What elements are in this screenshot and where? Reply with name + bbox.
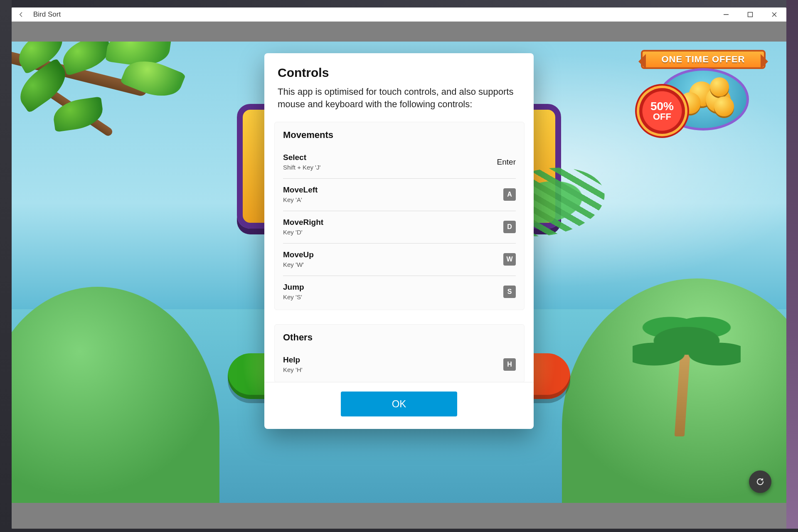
discount-off: OFF bbox=[653, 112, 671, 121]
desktop-left-edge bbox=[0, 0, 12, 532]
control-name: Jump bbox=[283, 283, 503, 292]
section-title: Movements bbox=[283, 130, 516, 140]
palm-tree bbox=[628, 312, 736, 436]
control-primary-key: S bbox=[503, 286, 516, 298]
control-row: MoveRightKey 'D'D bbox=[283, 211, 516, 244]
minimize-button[interactable] bbox=[717, 7, 736, 22]
control-alt-key: Key 'D' bbox=[283, 229, 503, 236]
offer-banner-label: ONE TIME OFFER bbox=[662, 54, 745, 65]
control-row-labels: MoveRightKey 'D' bbox=[283, 218, 503, 236]
control-alt-key: Key 'W' bbox=[283, 261, 503, 268]
control-primary-key: A bbox=[503, 188, 516, 201]
control-row: MoveUpKey 'W'W bbox=[283, 244, 516, 276]
controls-section: OthersHelpKey 'H'H bbox=[274, 324, 525, 382]
control-primary-key: D bbox=[503, 221, 516, 233]
letterbox-top bbox=[12, 22, 786, 42]
one-time-offer[interactable]: ONE TIME OFFER 50% OFF bbox=[641, 50, 766, 137]
control-row-labels: SelectShift + Key 'J' bbox=[283, 153, 497, 171]
dialog-body[interactable]: MovementsSelectShift + Key 'J'EnterMoveL… bbox=[272, 122, 530, 382]
svg-rect-0 bbox=[748, 12, 753, 17]
minimize-icon bbox=[723, 12, 729, 17]
control-name: MoveUp bbox=[283, 250, 503, 259]
coin-icon bbox=[714, 96, 734, 116]
control-primary-key: Enter bbox=[497, 158, 516, 167]
restart-fab[interactable] bbox=[749, 470, 771, 493]
control-alt-key: Key 'H' bbox=[283, 366, 503, 373]
control-row-labels: JumpKey 'S' bbox=[283, 283, 503, 300]
dialog-header: Controls This app is optimised for touch… bbox=[264, 53, 534, 114]
discount-badge: 50% OFF bbox=[639, 88, 685, 134]
control-primary-key: W bbox=[503, 253, 516, 266]
control-primary-key: H bbox=[503, 358, 516, 371]
back-button[interactable] bbox=[14, 7, 28, 22]
desktop-background: Bird Sort bbox=[0, 0, 798, 532]
maximize-icon bbox=[747, 12, 753, 17]
control-row: SelectShift + Key 'J'Enter bbox=[283, 146, 516, 179]
close-icon bbox=[771, 12, 777, 17]
arrow-left-icon bbox=[18, 11, 25, 18]
restart-icon bbox=[755, 477, 765, 487]
discount-percent: 50% bbox=[650, 101, 674, 112]
letterbox-bottom bbox=[12, 503, 786, 529]
control-row-labels: MoveUpKey 'W' bbox=[283, 250, 503, 268]
tree-branch bbox=[12, 42, 215, 162]
window-title-bar: Bird Sort bbox=[12, 7, 786, 22]
control-row-labels: HelpKey 'H' bbox=[283, 355, 503, 373]
ok-button[interactable]: OK bbox=[341, 392, 457, 416]
control-name: MoveLeft bbox=[283, 185, 503, 195]
coin-icon bbox=[710, 77, 729, 96]
desktop-top-edge bbox=[0, 0, 798, 7]
control-alt-key: Key 'A' bbox=[283, 196, 503, 203]
ok-button-label: OK bbox=[392, 398, 406, 409]
section-title: Others bbox=[283, 332, 516, 343]
dialog-footer: OK bbox=[264, 382, 534, 429]
control-name: Help bbox=[283, 355, 503, 365]
controls-section: MovementsSelectShift + Key 'J'EnterMoveL… bbox=[274, 122, 525, 310]
control-alt-key: Key 'S' bbox=[283, 293, 503, 300]
offer-banner: ONE TIME OFFER bbox=[641, 50, 766, 69]
control-row: JumpKey 'S'S bbox=[283, 276, 516, 308]
control-row: HelpKey 'H'H bbox=[283, 349, 516, 381]
app-window: Bird Sort bbox=[12, 7, 786, 529]
control-row: MoveLeftKey 'A'A bbox=[283, 179, 516, 211]
dialog-title: Controls bbox=[278, 66, 520, 80]
control-name: Select bbox=[283, 153, 497, 162]
controls-dialog: Controls This app is optimised for touch… bbox=[264, 53, 534, 429]
maximize-button[interactable] bbox=[741, 7, 760, 22]
game-canvas: CI C ONE TIME OFFER 50% OFF bbox=[12, 42, 786, 503]
desktop-right-edge bbox=[786, 0, 798, 532]
desktop-bottom-edge bbox=[0, 529, 798, 532]
control-name: MoveRight bbox=[283, 218, 503, 227]
control-alt-key: Shift + Key 'J' bbox=[283, 164, 497, 171]
dialog-subtitle: This app is optimised for touch controls… bbox=[278, 86, 520, 110]
control-row-labels: MoveLeftKey 'A' bbox=[283, 185, 503, 203]
close-button[interactable] bbox=[765, 7, 784, 22]
window-title: Bird Sort bbox=[33, 10, 61, 19]
